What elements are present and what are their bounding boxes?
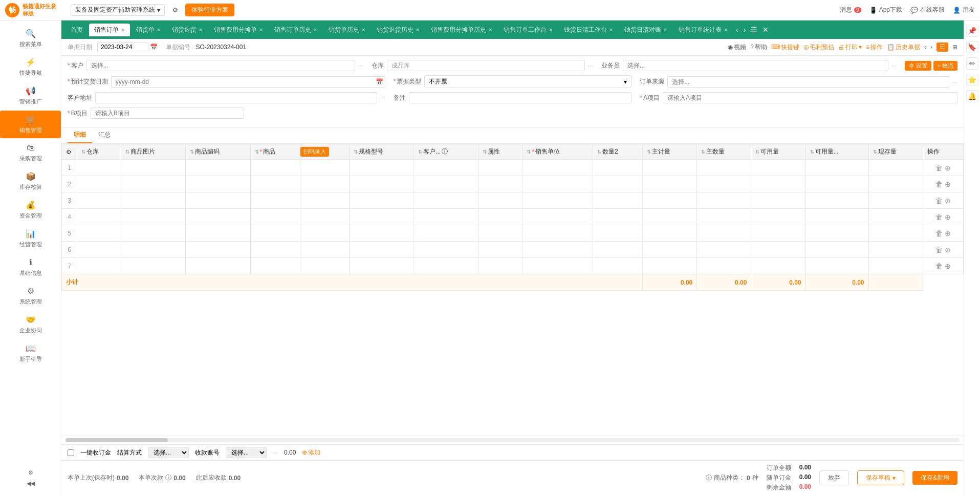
- customer-dots[interactable]: ···: [358, 62, 363, 69]
- scroll-thumb[interactable]: [66, 438, 168, 442]
- grid-view-btn[interactable]: ⊞: [952, 44, 957, 51]
- sidebar-item-system[interactable]: ⚙ 系统管理: [0, 282, 61, 310]
- shortcut-btn[interactable]: ⌨ 快捷键: [771, 43, 799, 52]
- th-spec[interactable]: 规格型号: [349, 144, 413, 160]
- tab-close-icon-9[interactable]: ✕: [549, 27, 553, 33]
- tab-sales-order-history[interactable]: 销售订单历史 ✕: [269, 24, 322, 36]
- payment-method-select[interactable]: 选择...: [148, 447, 189, 458]
- address-dots[interactable]: ···: [380, 94, 385, 101]
- salesperson-dots[interactable]: ···: [891, 62, 897, 69]
- tab-sales-return[interactable]: 销货退货 ✕: [167, 24, 208, 36]
- operation-btn[interactable]: ≡ 操作: [866, 43, 883, 52]
- order-source-input[interactable]: [667, 76, 949, 88]
- a-project-input[interactable]: [663, 92, 957, 103]
- customer-address-input[interactable]: [95, 92, 377, 103]
- sidebar-item-inventory[interactable]: 📦 库存核算: [0, 167, 61, 195]
- sidebar-item-basic[interactable]: ℹ 基础信息: [0, 253, 61, 281]
- th-available[interactable]: 可用量: [751, 144, 805, 160]
- app-download[interactable]: 📱 App下载: [869, 6, 902, 14]
- save-draft-button[interactable]: 保存草稿 ▾: [857, 470, 904, 485]
- row3-unit[interactable]: [522, 192, 593, 209]
- warehouse-input[interactable]: [387, 60, 585, 71]
- delete-icon-3[interactable]: 🗑: [935, 197, 943, 205]
- delivery-date-input[interactable]: [111, 76, 385, 88]
- tab-sales-expense[interactable]: 销售费用分摊单 ✕: [209, 24, 268, 36]
- row2-warehouse[interactable]: [77, 176, 121, 192]
- right-bell-icon[interactable]: 🔔: [966, 90, 978, 102]
- th-stock[interactable]: 现存量: [868, 144, 923, 160]
- row2-spec[interactable]: [349, 176, 413, 192]
- tab-close-icon-11[interactable]: ✕: [663, 27, 667, 33]
- order-source-dots[interactable]: ···: [952, 78, 957, 85]
- date-input[interactable]: [97, 42, 148, 52]
- tab-sales-order[interactable]: 销售订单 ✕: [89, 24, 130, 36]
- row2-code[interactable]: [186, 176, 250, 192]
- profit-btn[interactable]: ◎ 毛利预估: [803, 43, 834, 52]
- tab-home[interactable]: 首页: [66, 24, 88, 36]
- sidebar-item-sales[interactable]: 🛒 销售管理: [0, 111, 61, 138]
- delete-icon-6[interactable]: 🗑: [935, 246, 943, 254]
- tab-close-icon-10[interactable]: ✕: [609, 27, 613, 33]
- tab-close-icon-4[interactable]: ✕: [259, 27, 263, 33]
- th-warehouse[interactable]: 仓库: [77, 144, 121, 160]
- th-product-code[interactable]: 商品编码: [186, 144, 250, 160]
- customer-input[interactable]: [86, 60, 355, 71]
- row2-product[interactable]: [250, 176, 300, 192]
- row1-unit[interactable]: [522, 160, 593, 176]
- row1-warehouse[interactable]: [77, 160, 121, 176]
- delete-icon-1[interactable]: 🗑: [935, 164, 943, 172]
- tab-close-icon-2[interactable]: ✕: [157, 27, 161, 33]
- history-btn[interactable]: 📋 历史单据: [887, 43, 920, 52]
- tab-close-icon-6[interactable]: ✕: [361, 27, 365, 33]
- th-settings[interactable]: ⚙: [62, 144, 77, 160]
- row1-cust-code[interactable]: [414, 160, 478, 176]
- tab-close-icon[interactable]: ✕: [121, 27, 125, 33]
- row3-attr[interactable]: [478, 192, 522, 209]
- th-qty2[interactable]: 数量2: [593, 144, 642, 160]
- copy-icon-4[interactable]: ⊕: [945, 213, 951, 221]
- next-record-btn[interactable]: ›: [930, 44, 932, 51]
- delete-icon-2[interactable]: 🗑: [935, 180, 943, 188]
- sidebar-item-guide[interactable]: 📖 新手引导: [0, 339, 61, 367]
- settings-icon[interactable]: ⚙: [169, 4, 181, 16]
- copy-icon-6[interactable]: ⊕: [945, 246, 951, 254]
- row3-cust-code[interactable]: [414, 192, 478, 209]
- th-sales-unit[interactable]: *销售单位: [522, 144, 593, 160]
- salesperson-input[interactable]: [623, 60, 889, 71]
- row3-main-qty[interactable]: [697, 192, 751, 209]
- row2-qty2[interactable]: [593, 176, 642, 192]
- help-btn[interactable]: ? 帮助: [750, 43, 767, 52]
- tab-menu-btn[interactable]: ☰: [749, 25, 759, 35]
- copy-icon-1[interactable]: ⊕: [945, 164, 951, 172]
- sidebar-item-purchase[interactable]: 🛍 采购管理: [0, 139, 61, 166]
- notes-input[interactable]: [409, 92, 632, 103]
- delete-icon-4[interactable]: 🗑: [935, 213, 943, 221]
- th-customer-code[interactable]: 客户... ⓘ: [414, 144, 478, 160]
- row1-spec[interactable]: [349, 160, 413, 176]
- settings-btn[interactable]: ⚙ 设置: [905, 61, 931, 71]
- invoice-type-select[interactable]: 不开票 ▾: [424, 75, 631, 88]
- tab-detail[interactable]: 明细: [68, 127, 92, 143]
- account-select[interactable]: 选择...: [226, 447, 267, 458]
- right-pin-icon[interactable]: 📌: [966, 25, 978, 37]
- sidebar-item-finance[interactable]: 💰 资金管理: [0, 196, 61, 224]
- tab-close-icon-3[interactable]: ✕: [199, 27, 203, 33]
- b-project-input[interactable]: [91, 107, 244, 119]
- row1-code[interactable]: [186, 160, 250, 176]
- scan-button[interactable]: 扫码录入: [300, 147, 329, 157]
- tab-sales-workbench[interactable]: 销售订单工作台 ✕: [498, 24, 558, 36]
- row3-qty2[interactable]: [593, 192, 642, 209]
- system-selector[interactable]: 装备及固定资产辅助管理系统 ▾: [71, 4, 165, 16]
- row2-attr[interactable]: [478, 176, 522, 192]
- copy-icon-5[interactable]: ⊕: [945, 229, 951, 238]
- trial-button[interactable]: 体验行业方案: [185, 4, 234, 16]
- tab-close-icon-8[interactable]: ✕: [488, 27, 492, 33]
- row1-attr[interactable]: [478, 160, 522, 176]
- right-star-icon[interactable]: ⭐: [966, 74, 978, 86]
- row3-product[interactable]: [250, 192, 300, 209]
- tab-prev-btn[interactable]: ‹: [734, 25, 741, 35]
- sidebar-settings-btn[interactable]: ⚙: [28, 469, 33, 476]
- sidebar-item-search[interactable]: 🔍 搜索菜单: [0, 25, 61, 52]
- add-payment-btn[interactable]: ⊕ 添加: [302, 448, 320, 457]
- prev-record-btn[interactable]: ‹: [924, 44, 926, 51]
